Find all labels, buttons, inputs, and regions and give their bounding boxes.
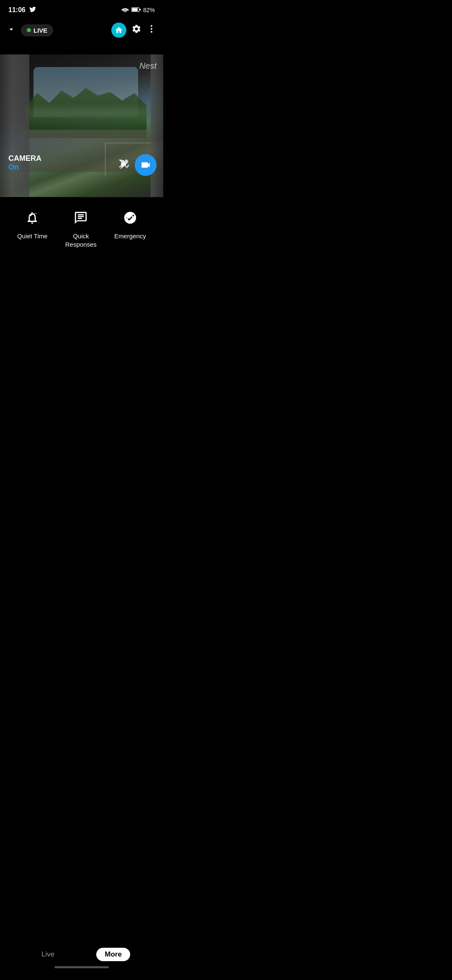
- camera-label-title: CAMERA: [8, 154, 41, 163]
- battery-percent: 82%: [143, 7, 155, 13]
- back-chevron[interactable]: [7, 25, 16, 36]
- status-left: 11:06: [8, 5, 36, 15]
- svg-point-4: [151, 28, 152, 30]
- svg-rect-1: [132, 8, 138, 11]
- status-time: 11:06: [8, 6, 26, 14]
- camera-bg: Nest CAMERA On: [0, 54, 163, 197]
- quick-actions: Quiet Time QuickResponses Emergency: [0, 197, 163, 257]
- live-label: LIVE: [33, 27, 47, 34]
- emergency-action[interactable]: Emergency: [114, 211, 146, 248]
- camera-status: On: [8, 163, 41, 172]
- nest-watermark: Nest: [139, 61, 157, 71]
- live-dot: [27, 28, 31, 32]
- quiet-time-icon: [25, 211, 39, 228]
- live-badge[interactable]: LIVE: [21, 24, 53, 36]
- video-call-button[interactable]: [135, 154, 157, 176]
- quick-responses-action[interactable]: QuickResponses: [65, 211, 97, 248]
- status-bar: 11:06 82%: [0, 0, 163, 18]
- camera-controls: [118, 154, 157, 176]
- more-options-icon[interactable]: [146, 24, 157, 36]
- emergency-icon: [123, 211, 137, 228]
- emergency-label: Emergency: [114, 232, 146, 240]
- settings-icon[interactable]: [131, 24, 141, 36]
- svg-rect-2: [139, 9, 141, 10]
- wifi-icon: [121, 7, 129, 14]
- quiet-time-action[interactable]: Quiet Time: [17, 211, 48, 248]
- home-icon[interactable]: [111, 23, 126, 38]
- status-right: 82%: [121, 7, 155, 14]
- camera-label: CAMERA On: [8, 154, 41, 172]
- quiet-time-label: Quiet Time: [17, 232, 48, 240]
- camera-section: Nest CAMERA On: [0, 54, 163, 197]
- svg-point-3: [151, 25, 152, 27]
- quick-responses-label: QuickResponses: [65, 232, 97, 248]
- svg-point-5: [151, 31, 152, 33]
- mute-camera-button[interactable]: [118, 158, 130, 172]
- battery-icon: [131, 7, 141, 13]
- top-bar: LIVE: [0, 18, 163, 42]
- twitter-icon: [29, 5, 36, 15]
- quick-responses-icon: [74, 211, 88, 228]
